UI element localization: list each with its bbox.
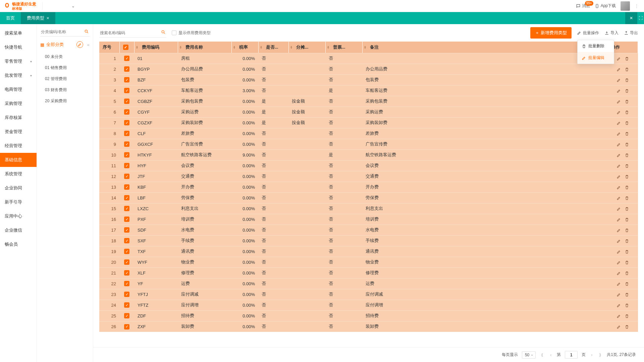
row-delete-button[interactable] xyxy=(625,152,629,158)
row-delete-button[interactable] xyxy=(625,88,629,93)
table-row[interactable]: 9✓GGXCF广告宣传费0.00%否否广告宣传费 xyxy=(99,139,638,149)
fullscreen-icon[interactable]: ⛶ xyxy=(637,16,644,20)
row-delete-button[interactable] xyxy=(625,249,629,254)
row-edit-button[interactable] xyxy=(616,66,621,72)
messages-button[interactable]: 消息 99+ xyxy=(576,3,590,9)
collapse-panel-icon[interactable]: « xyxy=(87,42,90,47)
nav-item[interactable]: 快捷导航 xyxy=(0,40,37,54)
org-selector[interactable]: ⌄ xyxy=(45,3,79,9)
search-icon[interactable] xyxy=(84,29,89,34)
row-edit-button[interactable] xyxy=(616,281,621,286)
nav-item[interactable]: 库存核算 xyxy=(0,111,37,125)
cell-checkbox[interactable]: ✓ xyxy=(119,149,134,160)
tab-expense-type[interactable]: 费用类型 ✕ xyxy=(21,12,55,24)
table-row[interactable]: 21✓XLF修理费0.00%否否修理费 xyxy=(99,267,638,278)
table-row[interactable]: 4✓CCKYF车船客运费3.00%否是车船客运费 xyxy=(99,85,638,96)
batch-delete-item[interactable]: 批量删除 xyxy=(578,40,614,52)
row-delete-button[interactable] xyxy=(625,292,629,297)
row-edit-button[interactable] xyxy=(616,324,621,329)
page-input[interactable] xyxy=(565,351,578,359)
cell-checkbox[interactable]: ✓ xyxy=(119,257,134,267)
nav-item[interactable]: 批发管理▾ xyxy=(0,68,37,82)
table-row[interactable]: 17✓SDF水电费0.00%否否水电费 xyxy=(99,225,638,235)
import-button[interactable]: 导入 xyxy=(604,30,619,36)
row-edit-button[interactable] xyxy=(616,56,621,61)
row-delete-button[interactable] xyxy=(625,195,629,200)
table-row[interactable]: 20✓WYF物业费0.00%否否物业费 xyxy=(99,257,638,267)
row-edit-button[interactable] xyxy=(616,163,621,168)
row-edit-button[interactable] xyxy=(616,99,621,104)
row-edit-button[interactable] xyxy=(616,313,621,318)
table-row[interactable]: 16✓PXF培训费0.00%否否培训费 xyxy=(99,214,638,225)
row-delete-button[interactable] xyxy=(625,302,629,308)
cell-checkbox[interactable]: ✓ xyxy=(119,267,134,278)
close-all-tabs[interactable]: ✕ xyxy=(625,12,637,24)
row-delete-button[interactable] xyxy=(625,184,629,190)
row-edit-button[interactable] xyxy=(616,152,621,158)
app-download-button[interactable]: App下载 xyxy=(595,3,616,9)
cell-checkbox[interactable]: ✓ xyxy=(119,300,134,310)
table-row[interactable]: 15✓LXZC利息支出0.00%否否利息支出 xyxy=(99,203,638,214)
cell-checkbox[interactable]: ✓ xyxy=(119,160,134,171)
search-icon[interactable] xyxy=(161,30,166,35)
row-delete-button[interactable] xyxy=(625,259,629,265)
row-edit-button[interactable] xyxy=(616,141,621,147)
category-item[interactable]: 01 销售费用 xyxy=(40,62,90,73)
row-delete-button[interactable] xyxy=(625,313,629,318)
category-item[interactable]: 20 采购费用 xyxy=(40,96,90,107)
nav-item[interactable]: 零售管理▾ xyxy=(0,54,37,68)
table-row[interactable]: 5✓CGBZF采购包装费0.00%是按金额否采购包装费 xyxy=(99,96,638,107)
nav-item[interactable]: 基础信息 xyxy=(0,153,37,167)
table-row[interactable]: 3✓BZF包装费0.00%否否包装费 xyxy=(99,74,638,85)
cell-checkbox[interactable]: ✓ xyxy=(119,96,134,107)
cell-checkbox[interactable]: ✓ xyxy=(119,182,134,192)
close-icon[interactable]: ✕ xyxy=(46,16,49,20)
cell-checkbox[interactable]: ✓ xyxy=(119,107,134,117)
row-delete-button[interactable] xyxy=(625,131,629,136)
cell-checkbox[interactable]: ✓ xyxy=(119,128,134,139)
row-delete-button[interactable] xyxy=(625,163,629,168)
table-row[interactable]: 1✓01房租0.00%否否 xyxy=(99,53,638,64)
table-row[interactable]: 18✓SXF手续费0.00%否否手续费 xyxy=(99,235,638,246)
category-item[interactable]: 03 财务费用 xyxy=(40,84,90,96)
table-row[interactable]: 26✓ZXF装卸费0.00%否否装卸费 xyxy=(99,321,638,332)
nav-item[interactable]: 企业微信 xyxy=(0,223,37,237)
new-expense-type-button[interactable]: ＋ 新增费用类型 xyxy=(530,27,572,39)
row-edit-button[interactable] xyxy=(616,217,621,222)
row-delete-button[interactable] xyxy=(625,99,629,104)
row-delete-button[interactable] xyxy=(625,120,629,125)
cell-checkbox[interactable]: ✓ xyxy=(119,203,134,214)
row-edit-button[interactable] xyxy=(616,131,621,136)
table-row[interactable]: 13✓KBF开办费0.00%否否开办费 xyxy=(99,182,638,192)
cell-checkbox[interactable]: ✓ xyxy=(119,85,134,96)
cell-checkbox[interactable]: ✓ xyxy=(119,225,134,235)
edit-categories-button[interactable] xyxy=(76,41,83,48)
table-row[interactable]: 22✓YF运费0.00%否否运费 xyxy=(99,278,638,289)
row-edit-button[interactable] xyxy=(616,270,621,276)
cell-checkbox[interactable]: ✓ xyxy=(119,139,134,149)
cell-checkbox[interactable]: ✓ xyxy=(119,246,134,257)
table-row[interactable]: 24✓YFTZ应付调增0.00%否否应付调增 xyxy=(99,300,638,310)
col-alloc[interactable]: ▲▼分摊... xyxy=(288,42,325,53)
cell-checkbox[interactable]: ✓ xyxy=(119,310,134,321)
export-button[interactable]: 导出 xyxy=(624,30,638,36)
first-page-button[interactable]: ⟪ xyxy=(540,353,545,357)
cell-checkbox[interactable]: ✓ xyxy=(119,171,134,182)
table-row[interactable]: 10✓HTKYF航空铁路客运费9.00%否是航空铁路客运费 xyxy=(99,149,638,160)
per-page-select[interactable]: 50 xyxy=(522,351,536,359)
batch-edit-item[interactable]: 批量编辑 xyxy=(578,52,614,64)
nav-item[interactable]: 应用中心 xyxy=(0,209,37,223)
row-edit-button[interactable] xyxy=(616,238,621,243)
category-item[interactable]: 00 未分类 xyxy=(40,51,90,62)
row-delete-button[interactable] xyxy=(625,270,629,276)
cell-checkbox[interactable]: ✓ xyxy=(119,235,134,246)
show-disabled-checkbox[interactable]: 显示停用费用类型 xyxy=(172,30,211,36)
row-edit-button[interactable] xyxy=(616,259,621,265)
row-delete-button[interactable] xyxy=(625,206,629,211)
row-edit-button[interactable] xyxy=(616,109,621,115)
table-row[interactable]: 19✓TXF通讯费0.00%否否通讯费 xyxy=(99,246,638,257)
row-edit-button[interactable] xyxy=(616,88,621,93)
nav-item[interactable]: 电商管理 xyxy=(0,82,37,97)
next-page-button[interactable]: › xyxy=(590,353,594,357)
col-bool2[interactable]: ▲▼普票... xyxy=(325,42,362,53)
